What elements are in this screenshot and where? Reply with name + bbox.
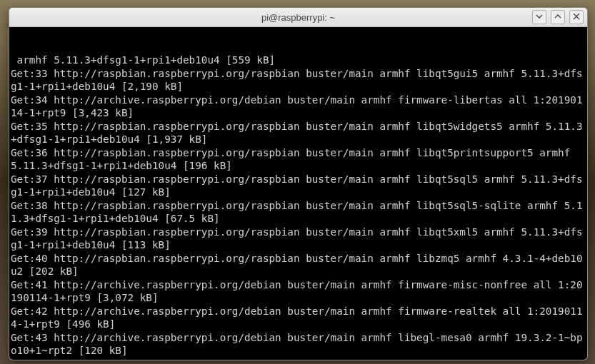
window-title: pi@raspberrypi: ~ xyxy=(9,12,587,23)
maximize-button[interactable] xyxy=(551,10,565,24)
close-button[interactable] xyxy=(569,10,584,24)
window-controls xyxy=(532,10,584,24)
close-icon xyxy=(573,13,580,21)
minimize-button[interactable] xyxy=(532,10,546,24)
terminal-window: pi@raspberrypi: ~ armhf 5.11.3+dfsg1-1+r… xyxy=(9,7,588,360)
terminal-output[interactable]: armhf 5.11.3+dfsg1-1+rpi1+deb10u4 [559 k… xyxy=(9,27,587,360)
chevron-down-icon xyxy=(536,13,543,21)
chevron-up-icon xyxy=(554,13,561,21)
titlebar[interactable]: pi@raspberrypi: ~ xyxy=(9,8,587,27)
terminal-lines: armhf 5.11.3+dfsg1-1+rpi1+deb10u4 [559 k… xyxy=(11,54,586,358)
